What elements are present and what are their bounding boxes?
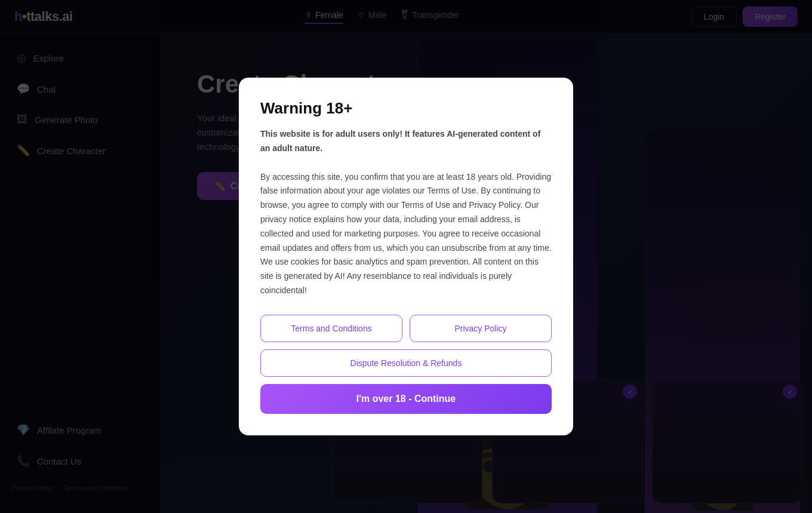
- modal-overlay: Warning 18+ This website is for adult us…: [0, 0, 812, 513]
- modal-text: By accessing this site, you confirm that…: [260, 172, 552, 295]
- terms-conditions-button[interactable]: Terms and Conditions: [260, 315, 402, 342]
- modal-body: This website is for adult users only! It…: [260, 127, 552, 298]
- dispute-resolution-button[interactable]: Dispute Resolution & Refunds: [260, 349, 552, 377]
- confirm-age-button[interactable]: I'm over 18 - Continue: [260, 384, 552, 414]
- modal-policy-links: Terms and Conditions Privacy Policy: [260, 315, 552, 342]
- privacy-policy-button[interactable]: Privacy Policy: [410, 315, 552, 342]
- warning-modal: Warning 18+ This website is for adult us…: [239, 78, 573, 435]
- modal-title: Warning 18+: [260, 99, 552, 118]
- modal-subtitle: This website is for adult users only! It…: [260, 129, 540, 153]
